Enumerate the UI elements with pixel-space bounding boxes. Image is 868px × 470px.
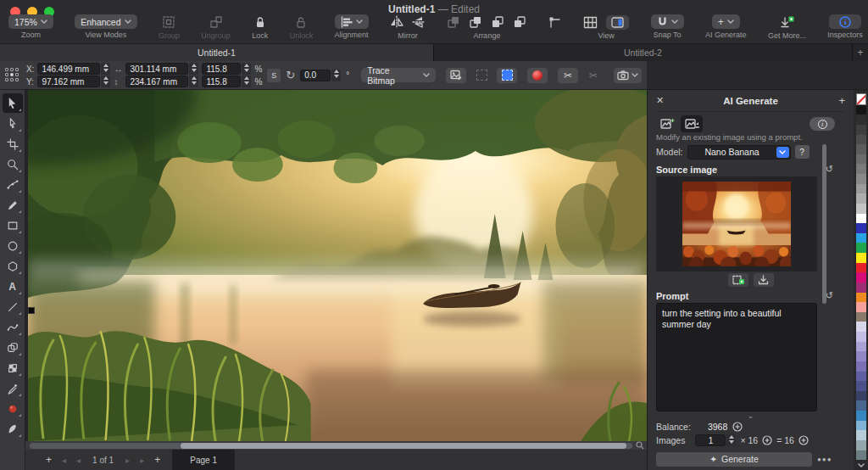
use-selection-button[interactable] [728, 273, 748, 287]
width-percent-stepper[interactable] [242, 63, 251, 75]
lock-aspect-button[interactable]: S [267, 69, 281, 82]
color-swatch[interactable] [856, 193, 866, 204]
move-to-front-button[interactable] [447, 15, 460, 29]
text-tool[interactable]: A [3, 277, 23, 296]
rectangle-tool[interactable] [3, 215, 23, 235]
flip-vertical-button[interactable] [412, 16, 426, 28]
move-to-back-button[interactable] [513, 15, 526, 29]
add-panel-icon[interactable]: + [830, 94, 845, 107]
selection-handle[interactable] [28, 307, 35, 314]
color-swatch[interactable] [856, 105, 866, 115]
color-swatch[interactable] [856, 332, 866, 342]
color-swatch[interactable] [856, 174, 866, 184]
color-swatch[interactable] [856, 302, 866, 312]
color-swatch[interactable] [856, 93, 866, 105]
brush-tool[interactable] [3, 195, 23, 215]
color-swatch[interactable] [856, 204, 866, 214]
color-swatch[interactable] [856, 223, 866, 233]
group-button[interactable] [162, 15, 175, 29]
color-swatch[interactable] [856, 184, 866, 194]
x-stepper[interactable] [101, 63, 110, 75]
color-swatch[interactable] [856, 253, 866, 263]
node-tool[interactable] [3, 114, 23, 133]
color-swatch[interactable] [856, 154, 866, 165]
line-tool[interactable] [3, 297, 23, 316]
color-swatch[interactable] [856, 312, 866, 322]
canvas-viewport[interactable] [25, 90, 647, 441]
color-swatch[interactable] [856, 391, 866, 401]
zoom-dropdown[interactable]: 175% [8, 14, 53, 29]
info-button[interactable]: i [810, 117, 835, 131]
width-stepper[interactable] [189, 63, 198, 75]
tab-untitled-1[interactable]: Untitled-1 [0, 44, 434, 61]
image-adjust-button[interactable] [446, 68, 466, 83]
snapshot-dropdown[interactable] [614, 68, 642, 83]
y-stepper[interactable] [101, 76, 110, 87]
height-percent-stepper[interactable] [242, 76, 251, 87]
color-swatch[interactable] [856, 381, 866, 391]
insert-inside-button[interactable] [548, 15, 562, 29]
canvas-document-image[interactable] [28, 90, 647, 441]
inspectors-button[interactable] [829, 14, 861, 29]
color-decontaminate-button[interactable] [527, 68, 548, 83]
ungroup-button[interactable] [209, 15, 223, 29]
new-tab-button[interactable]: + [853, 44, 868, 61]
height-field[interactable]: 234.167 mm [125, 76, 188, 87]
color-swatch[interactable] [856, 283, 866, 293]
color-swatch[interactable] [856, 135, 866, 145]
crop-tool[interactable] [3, 134, 23, 154]
trace-bitmap-dropdown[interactable]: Trace Bitmap [361, 68, 436, 82]
more-options-button[interactable]: ●●● [817, 456, 832, 463]
color-swatch[interactable] [856, 342, 866, 352]
flip-horizontal-button[interactable] [390, 16, 403, 28]
unlock-button[interactable] [294, 15, 308, 29]
marquee-plain-button[interactable] [471, 68, 492, 83]
swatch-expand-button[interactable] [858, 460, 865, 470]
first-page-button[interactable]: ◂ [62, 456, 66, 465]
color-swatch[interactable] [856, 372, 866, 382]
images-count-field[interactable]: 1 [695, 434, 726, 446]
color-swatch[interactable] [856, 214, 866, 224]
move-forward-button[interactable] [469, 15, 482, 29]
color-swatch[interactable] [856, 400, 866, 411]
color-swatch[interactable] [856, 144, 866, 154]
color-swatch[interactable] [856, 125, 866, 135]
tab-untitled-2[interactable]: Untitled-2 [434, 44, 853, 61]
shape-tool[interactable] [3, 338, 23, 357]
width-field[interactable]: 301.114 mm [125, 63, 188, 75]
model-dropdown[interactable]: Nano Banana [687, 145, 791, 159]
pen-tool[interactable] [3, 175, 23, 194]
eyedropper-tool[interactable] [3, 378, 23, 398]
last-page-button[interactable]: ▸ [140, 456, 144, 465]
panel-scrollbar-thumb[interactable] [822, 144, 826, 304]
model-chevron-button[interactable] [776, 147, 789, 158]
color-swatch[interactable] [856, 450, 866, 461]
y-position-field[interactable]: 97.162 mm [37, 76, 100, 87]
move-backward-button[interactable] [491, 15, 504, 29]
color-swatch[interactable] [856, 293, 866, 303]
generate-button[interactable]: ✦ Generate [656, 452, 812, 467]
scrollbar-thumb[interactable] [181, 443, 626, 449]
color-swatch[interactable] [856, 233, 866, 243]
ai-generate-dropdown[interactable]: + [712, 14, 740, 29]
color-swatch[interactable] [856, 115, 866, 125]
transparency-tool[interactable] [3, 358, 23, 378]
color-swatch[interactable] [856, 411, 866, 421]
height-stepper[interactable] [189, 76, 198, 87]
get-more-button[interactable] [780, 15, 794, 29]
polygon-tool[interactable] [3, 256, 23, 276]
lock-button[interactable] [253, 15, 267, 29]
zoom-corner-icon[interactable] [635, 441, 645, 450]
color-swatch[interactable] [856, 351, 866, 361]
edit-image-mode-tab[interactable] [681, 115, 703, 132]
cut-alt-button[interactable]: ✂ [583, 68, 604, 83]
rotation-field[interactable]: 0.0 [300, 70, 331, 81]
color-swatch[interactable] [856, 440, 866, 450]
height-percent-field[interactable]: 115.8 [202, 76, 241, 87]
fill-tool[interactable] [3, 399, 23, 418]
collapse-section[interactable]: ⌄ [656, 411, 845, 420]
next-page-button[interactable]: ▸ [125, 456, 130, 465]
reset-prompt-icon[interactable]: ↺ [826, 290, 833, 301]
color-swatch[interactable] [856, 263, 866, 273]
marquee-selected-button[interactable] [497, 68, 517, 83]
